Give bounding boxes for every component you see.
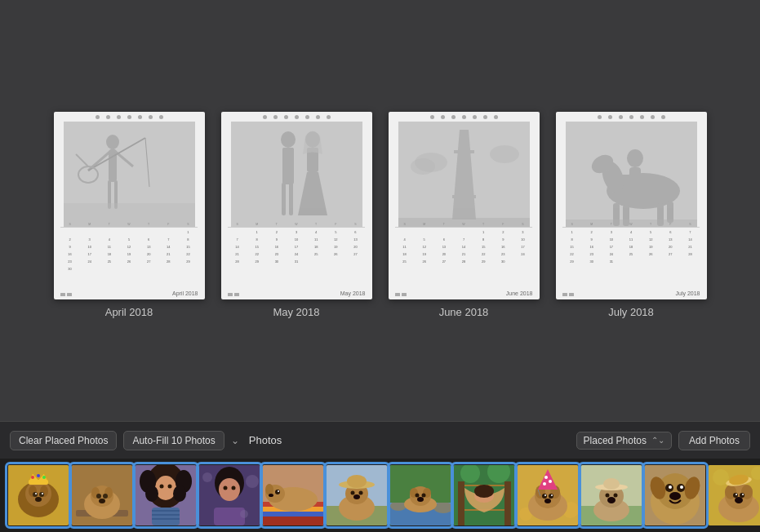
svg-rect-130 (504, 481, 511, 525)
placed-photos-dropdown[interactable]: Placed Photos ⌃⌄ (576, 432, 672, 450)
photo-thumb-10[interactable] (581, 465, 642, 525)
photo-thumb-2[interactable] (72, 465, 132, 525)
svg-point-101 (275, 490, 280, 494)
svg-point-87 (224, 486, 228, 490)
calendar-page-july: SM TW TF S 12 34 56 7 89 1011 1213 14 (556, 112, 707, 318)
page-card-june[interactable]: SM TW TF S 12 3 45 67 89 10 (389, 112, 540, 299)
toolbar: Clear Placed Photos Auto-Fill 10 Photos … (0, 421, 760, 459)
svg-point-100 (265, 484, 273, 495)
svg-rect-18 (289, 148, 294, 164)
spiral-binding-may (221, 115, 372, 119)
add-photos-button[interactable]: Add Photos (678, 431, 750, 450)
svg-point-57 (35, 493, 37, 494)
photo-thumb-7[interactable] (390, 465, 451, 525)
svg-point-53 (37, 474, 40, 477)
svg-point-56 (39, 492, 44, 497)
page-card-may[interactable]: SM TW TF S 1 23 45 6 78 910 1112 13 (221, 112, 372, 299)
calendar-page-june: SM TW TF S 12 3 45 67 89 10 (389, 112, 540, 318)
card-logo-june (395, 293, 407, 296)
photos-section-label: Photos (249, 434, 282, 446)
svg-point-146 (544, 476, 548, 479)
calendar-grid-july: SM TW TF S 12 34 56 7 89 1011 1213 14 (562, 222, 700, 283)
clear-placed-photos-button[interactable]: Clear Placed Photos (10, 431, 117, 450)
photo-placeholder-april (64, 122, 195, 228)
svg-rect-28 (452, 195, 476, 198)
autofill-photos-button[interactable]: Auto-Fill 10 Photos (123, 431, 224, 450)
svg-point-153 (544, 499, 551, 503)
photo-strip (0, 459, 760, 532)
dropdown-chevrons-icon: ⌃⌄ (651, 436, 664, 445)
svg-rect-17 (282, 148, 287, 164)
svg-point-68 (99, 499, 105, 503)
month-label-may: May 2018 (340, 290, 366, 296)
page-card-july[interactable]: SM TW TF S 12 34 56 7 89 1011 1213 14 (556, 112, 707, 299)
svg-point-134 (474, 485, 494, 498)
svg-point-187 (736, 494, 737, 495)
svg-rect-82 (152, 518, 180, 520)
photo-thumb-1[interactable] (8, 465, 69, 525)
svg-point-151 (544, 494, 546, 496)
svg-rect-80 (152, 510, 180, 512)
svg-point-78 (168, 485, 172, 489)
photo-placeholder-may (231, 122, 362, 228)
calendar-grid-june: SM TW TF S 12 3 45 67 89 10 (395, 222, 533, 283)
calendar-grid-may: SM TW TF S 1 23 45 6 78 910 1112 13 (228, 222, 366, 283)
svg-point-30 (411, 158, 435, 175)
svg-rect-89 (214, 508, 245, 525)
svg-point-66 (96, 494, 101, 499)
photos-dropdown-chevron[interactable]: ⌄ (231, 435, 239, 446)
svg-rect-27 (456, 171, 472, 174)
svg-rect-51 (29, 480, 48, 485)
svg-point-58 (42, 493, 43, 494)
svg-point-1 (106, 135, 119, 149)
page-card-april[interactable]: SM TW TF S 1 23 45 67 8 (54, 112, 205, 299)
svg-point-150 (549, 494, 553, 499)
svg-point-149 (542, 494, 547, 499)
svg-point-112 (359, 491, 363, 495)
photo-thumb-6[interactable] (327, 465, 387, 525)
svg-point-163 (607, 497, 616, 503)
spiral-binding (54, 115, 205, 119)
svg-point-67 (103, 494, 108, 499)
svg-point-161 (606, 494, 610, 498)
svg-point-41 (627, 149, 643, 167)
card-logo-april (60, 293, 72, 296)
month-label-april: April 2018 (172, 290, 198, 296)
calendar-page-april: SM TW TF S 1 23 45 67 8 (54, 112, 205, 318)
card-logo-july (562, 293, 574, 296)
photo-thumb-9[interactable] (518, 465, 578, 525)
calendar-area: SM TW TF S 1 23 45 67 8 (0, 0, 760, 421)
photo-thumb-8[interactable] (454, 465, 514, 525)
svg-point-52 (31, 476, 34, 479)
photo-thumb-4[interactable] (199, 465, 260, 525)
svg-rect-81 (152, 514, 180, 516)
svg-point-103 (269, 494, 273, 497)
photo-thumb-5[interactable] (263, 465, 323, 525)
svg-point-111 (351, 491, 355, 495)
photo-placeholder-july (566, 122, 697, 228)
photo-thumb-12[interactable] (709, 465, 760, 525)
svg-point-152 (551, 494, 553, 496)
month-label-july: July 2018 (676, 290, 700, 296)
svg-point-189 (735, 497, 743, 503)
svg-point-174 (669, 492, 681, 500)
svg-point-185 (733, 493, 738, 498)
month-label-june: June 2018 (506, 290, 533, 296)
svg-point-91 (246, 475, 259, 488)
svg-point-72 (155, 476, 176, 500)
svg-rect-43 (619, 175, 639, 180)
svg-point-75 (145, 485, 158, 502)
page-title-june: June 2018 (439, 306, 489, 318)
card-logo-may (228, 293, 239, 296)
photo-thumb-11[interactable] (645, 465, 705, 525)
svg-point-186 (740, 493, 744, 498)
svg-point-110 (347, 475, 367, 488)
photo-thumb-3[interactable] (136, 465, 196, 525)
spiral-binding-july (556, 115, 707, 119)
svg-point-13 (281, 131, 296, 148)
svg-point-90 (202, 472, 212, 482)
svg-point-148 (543, 482, 546, 485)
svg-point-59 (35, 497, 42, 502)
svg-point-173 (680, 485, 683, 489)
svg-point-55 (33, 492, 38, 497)
